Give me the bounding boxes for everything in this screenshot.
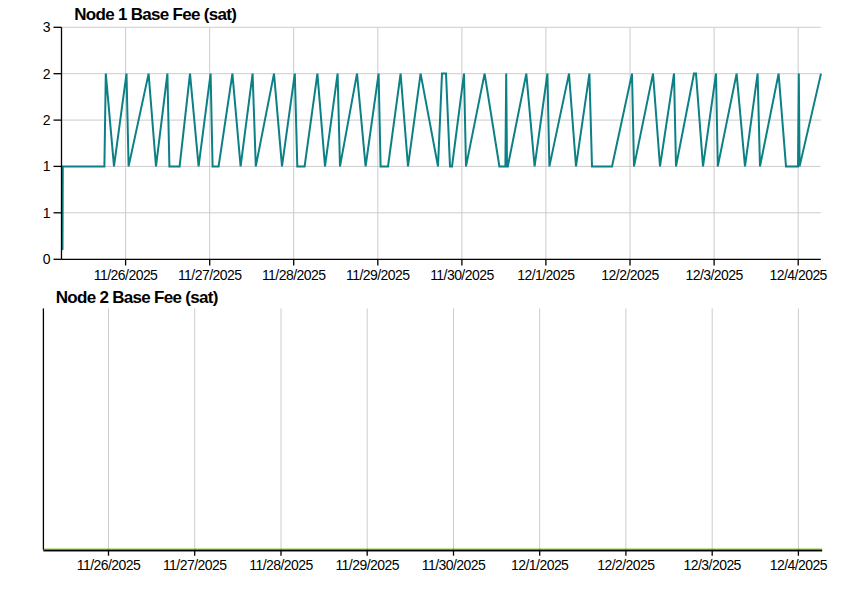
svg-text:11/28/2025: 11/28/2025 [262, 267, 326, 283]
svg-text:11/29/2025: 11/29/2025 [335, 557, 399, 573]
svg-text:11/27/2025: 11/27/2025 [178, 267, 242, 283]
svg-text:12/1/2025: 12/1/2025 [511, 557, 569, 573]
svg-text:Node 1 Base Fee (sat): Node 1 Base Fee (sat) [74, 5, 236, 24]
svg-text:12/1/2025: 12/1/2025 [517, 267, 575, 283]
svg-text:0: 0 [43, 251, 51, 267]
svg-text:11/26/2025: 11/26/2025 [77, 557, 141, 573]
svg-text:3: 3 [43, 19, 51, 35]
svg-text:1: 1 [43, 205, 51, 221]
svg-text:12/4/2025: 12/4/2025 [770, 267, 828, 283]
svg-text:11/27/2025: 11/27/2025 [163, 557, 227, 573]
svg-text:11/29/2025: 11/29/2025 [346, 267, 410, 283]
svg-text:1: 1 [43, 158, 51, 174]
svg-text:11/30/2025: 11/30/2025 [430, 267, 494, 283]
svg-text:2: 2 [43, 66, 51, 82]
svg-text:11/26/2025: 11/26/2025 [94, 267, 158, 283]
svg-text:12/3/2025: 12/3/2025 [685, 267, 743, 283]
svg-text:12/2/2025: 12/2/2025 [597, 557, 655, 573]
svg-text:12/4/2025: 12/4/2025 [770, 557, 828, 573]
svg-text:11/28/2025: 11/28/2025 [249, 557, 313, 573]
svg-text:12/2/2025: 12/2/2025 [601, 267, 659, 283]
svg-text:12/3/2025: 12/3/2025 [684, 557, 742, 573]
svg-text:2: 2 [43, 112, 51, 128]
svg-text:Node 2 Base Fee (sat): Node 2 Base Fee (sat) [56, 288, 218, 307]
svg-text:11/30/2025: 11/30/2025 [422, 557, 486, 573]
